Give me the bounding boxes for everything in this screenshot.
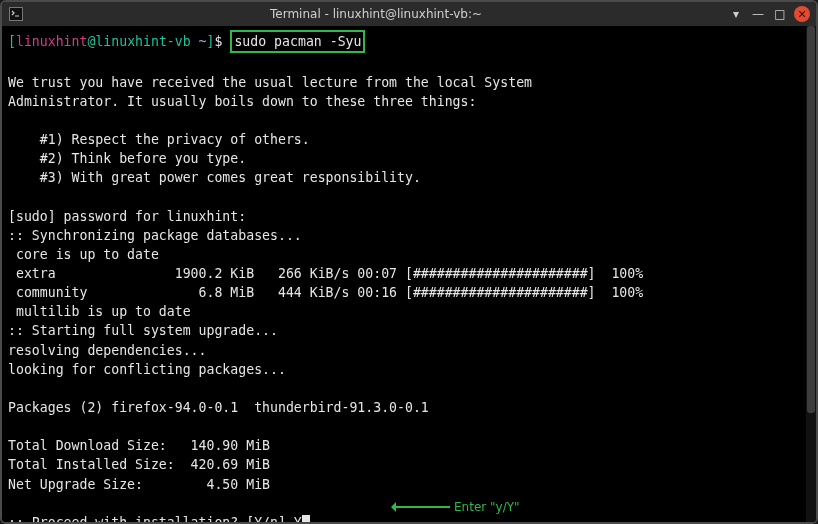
conflict-line: looking for conflicting packages... — [8, 362, 286, 377]
lecture-point-3: #3) With great power comes great respons… — [8, 170, 421, 185]
size-installed: Total Installed Size: 420.69 MiB — [8, 457, 270, 472]
size-net: Net Upgrade Size: 4.50 MiB — [8, 477, 270, 492]
terminal-app-icon — [8, 6, 24, 22]
maximize-button[interactable]: □ — [772, 6, 788, 22]
resolving-line: resolving dependencies... — [8, 343, 207, 358]
annotation-label: Enter "y/Y" — [454, 499, 520, 516]
svg-rect-0 — [10, 8, 23, 21]
terminal-window: Terminal - linuxhint@linuxhint-vb:~ ▾ — … — [0, 0, 818, 524]
prompt-bracket-open: [ — [8, 34, 16, 49]
size-download: Total Download Size: 140.90 MiB — [8, 438, 270, 453]
command-highlight-box: sudo pacman -Syu — [230, 30, 365, 53]
repo-extra: extra 1900.2 KiB 266 KiB/s 00:07 [######… — [8, 266, 643, 281]
proceed-question: :: Proceed with installation? [Y/n] — [8, 515, 294, 522]
sudo-password-prompt: [sudo] password for linuxhint: — [8, 209, 246, 224]
prompt-user: linuxhint — [16, 34, 87, 49]
cursor-block-icon — [302, 515, 310, 522]
prompt-line: [linuxhint@linuxhint-vb ~]$ sudo pacman … — [8, 34, 365, 49]
packages-line: Packages (2) firefox-94.0-0.1 thunderbir… — [8, 400, 429, 415]
prompt-dollar: $ — [215, 34, 223, 49]
repo-core: core is up to date — [8, 247, 159, 262]
prompt-host: linuxhint-vb — [95, 34, 190, 49]
window-title: Terminal - linuxhint@linuxhint-vb:~ — [30, 7, 722, 21]
titlebar-dropdown-icon[interactable]: ▾ — [728, 6, 744, 22]
prompt-cwd: ~ — [199, 34, 207, 49]
proceed-line: :: Proceed with installation? [Y/n] Y — [8, 515, 310, 522]
scrollbar[interactable] — [806, 26, 816, 522]
minimize-button[interactable]: — — [750, 6, 766, 22]
lecture-point-2: #2) Think before you type. — [8, 151, 246, 166]
repo-community: community 6.8 MiB 444 KiB/s 00:16 [#####… — [8, 285, 643, 300]
repo-multilib: multilib is up to date — [8, 304, 191, 319]
command-text: sudo pacman -Syu — [234, 34, 361, 49]
scrollbar-thumb[interactable] — [807, 26, 815, 413]
annotation-enter-y: Enter "y/Y" — [394, 499, 520, 516]
sync-header: :: Synchronizing package databases... — [8, 228, 302, 243]
close-button[interactable]: ✕ — [794, 6, 810, 22]
terminal-viewport[interactable]: [linuxhint@linuxhint-vb ~]$ sudo pacman … — [2, 26, 816, 522]
lecture-line-1: We trust you have received the usual lec… — [8, 75, 532, 90]
proceed-answer: Y — [294, 515, 302, 522]
upgrade-header: :: Starting full system upgrade... — [8, 323, 278, 338]
arrow-left-icon — [394, 506, 450, 508]
lecture-line-2: Administrator. It usually boils down to … — [8, 94, 476, 109]
lecture-point-1: #1) Respect the privacy of others. — [8, 132, 310, 147]
titlebar: Terminal - linuxhint@linuxhint-vb:~ ▾ — … — [2, 2, 816, 26]
prompt-bracket-close: ] — [207, 34, 215, 49]
